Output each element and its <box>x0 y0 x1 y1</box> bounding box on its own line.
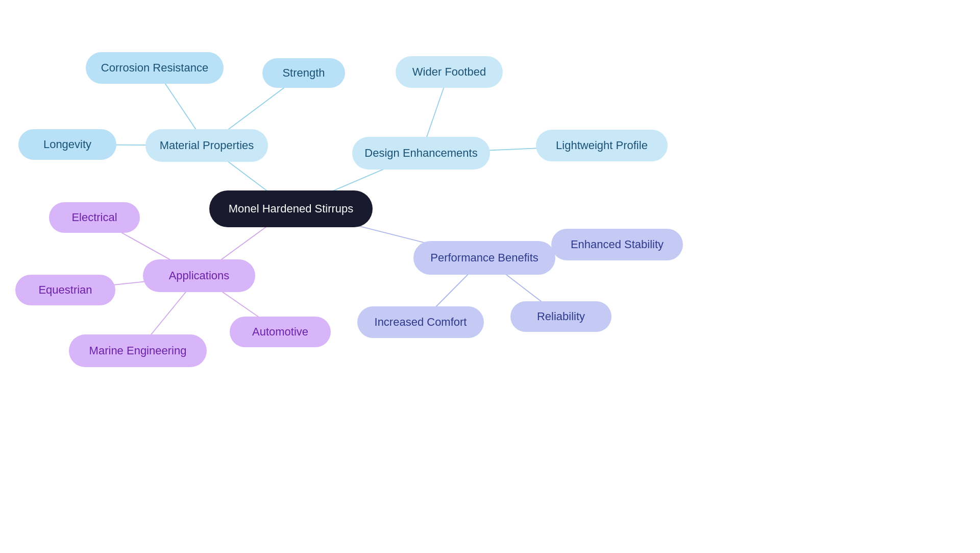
lightweight-profile-label: Lightweight Profile <box>546 139 658 152</box>
equestrian-label: Equestrian <box>28 283 102 297</box>
applications-label: Applications <box>159 269 240 282</box>
design-enhancements-node: Design Enhancements <box>352 137 490 170</box>
reliability-label: Reliability <box>527 310 595 323</box>
material-properties-node: Material Properties <box>145 129 268 162</box>
increased-comfort-node: Increased Comfort <box>357 306 484 338</box>
strength-node: Strength <box>262 58 345 88</box>
electrical-label: Electrical <box>61 211 127 224</box>
electrical-node: Electrical <box>49 202 140 233</box>
wider-footbed-label: Wider Footbed <box>402 65 496 79</box>
enhanced-stability-label: Enhanced Stability <box>560 238 674 251</box>
design-enhancements-label: Design Enhancements <box>354 147 487 160</box>
corrosion-resistance-node: Corrosion Resistance <box>86 52 224 84</box>
wider-footbed-node: Wider Footbed <box>396 56 503 88</box>
increased-comfort-label: Increased Comfort <box>364 316 477 329</box>
automotive-label: Automotive <box>242 325 318 339</box>
material-properties-label: Material Properties <box>150 139 264 152</box>
equestrian-node: Equestrian <box>15 275 115 305</box>
corrosion-resistance-label: Corrosion Resistance <box>91 61 218 75</box>
center-node-label: Monel Hardened Stirrups <box>218 202 364 215</box>
performance-benefits-node: Performance Benefits <box>413 241 555 275</box>
longevity-node: Longevity <box>18 129 116 160</box>
longevity-label: Longevity <box>33 138 102 151</box>
automotive-node: Automotive <box>230 317 331 347</box>
enhanced-stability-node: Enhanced Stability <box>551 229 683 260</box>
reliability-node: Reliability <box>510 301 611 332</box>
applications-node: Applications <box>143 259 255 292</box>
strength-label: Strength <box>272 66 335 80</box>
lightweight-profile-node: Lightweight Profile <box>536 130 668 161</box>
marine-engineering-label: Marine Engineering <box>79 344 197 357</box>
center-node: Monel Hardened Stirrups <box>209 190 373 227</box>
marine-engineering-node: Marine Engineering <box>69 334 207 367</box>
performance-benefits-label: Performance Benefits <box>420 251 549 265</box>
